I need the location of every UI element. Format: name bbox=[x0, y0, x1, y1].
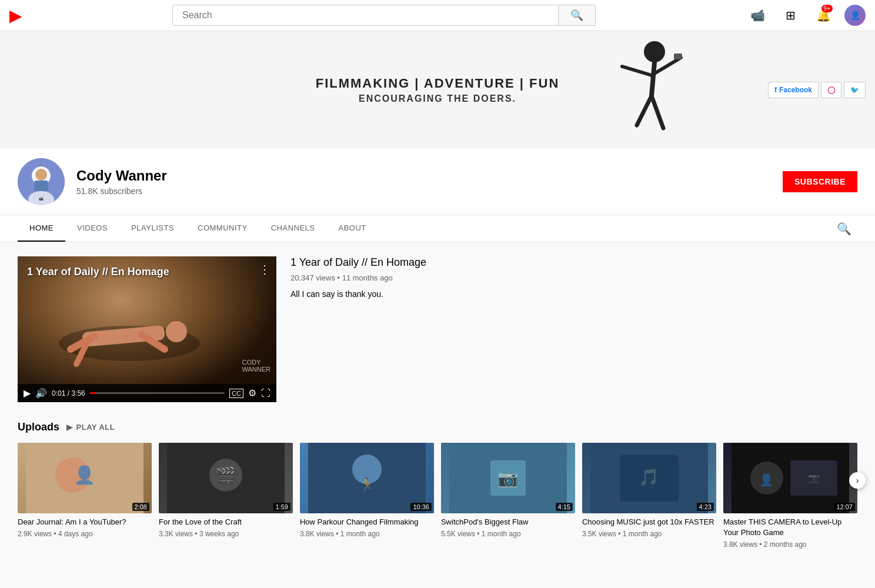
video-thumb-4: 🎵 4:23 bbox=[582, 443, 716, 513]
notifications-button[interactable]: 🔔 9+ bbox=[811, 4, 835, 27]
video-title-5: Master THIS CAMERA to Level-Up Your Phot… bbox=[723, 517, 857, 538]
search-bar: 🔍 bbox=[172, 5, 596, 26]
play-button[interactable]: ▶ bbox=[24, 387, 31, 399]
svg-rect-11 bbox=[34, 181, 48, 191]
video-title-2: How Parkour Changed Filmmaking bbox=[300, 517, 434, 527]
svg-point-15 bbox=[166, 321, 187, 342]
play-all-label: PLAY ALL bbox=[76, 423, 115, 432]
search-area: 🔍 bbox=[172, 5, 596, 26]
twitter-link[interactable]: 🐦 bbox=[844, 82, 866, 98]
video-camera-icon: 📹 bbox=[750, 8, 765, 22]
svg-text:🏃: 🏃 bbox=[358, 476, 376, 493]
video-card-info-5: Master THIS CAMERA to Level-Up Your Phot… bbox=[723, 513, 857, 552]
video-meta-0: 2.9K views • 4 days ago bbox=[18, 530, 152, 538]
apps-grid-icon: ⊞ bbox=[786, 8, 796, 22]
duration-badge-0: 2:08 bbox=[132, 503, 149, 511]
channel-name: Cody Wanner bbox=[76, 168, 771, 184]
channel-subscribers: 51.8K subscribers bbox=[76, 186, 771, 196]
next-arrow-button[interactable]: › bbox=[849, 472, 866, 489]
video-thumb-1: 🎬 1:59 bbox=[159, 443, 293, 513]
uploads-grid: 👤 2:08 Dear Journal: Am I a YouTuber? 2.… bbox=[18, 443, 857, 552]
progress-bar[interactable] bbox=[90, 392, 225, 394]
time-display: 0:01 / 3:56 bbox=[52, 389, 85, 397]
video-title-1: For the Love of the Craft bbox=[159, 517, 293, 527]
uploads-title: Uploads bbox=[18, 421, 59, 433]
thumb-visual-3: 📷 bbox=[441, 443, 575, 513]
thumbnail-person bbox=[47, 296, 212, 379]
user-avatar[interactable]: 👤 bbox=[844, 5, 866, 26]
featured-thumbnail[interactable]: 1 Year of Daily // En Homage CODYWANNER … bbox=[18, 256, 276, 402]
tab-playlists[interactable]: PLAYLISTS bbox=[119, 215, 186, 242]
captions-button[interactable]: CC bbox=[229, 389, 243, 398]
progress-fill bbox=[90, 392, 95, 394]
featured-section: 1 Year of Daily // En Homage CODYWANNER … bbox=[18, 256, 857, 402]
subscribe-button[interactable]: SUBSCRIBE bbox=[783, 171, 857, 192]
svg-line-2 bbox=[622, 66, 652, 75]
facebook-link[interactable]: f Facebook bbox=[768, 82, 819, 98]
svg-text:📷: 📷 bbox=[808, 472, 820, 483]
video-card-info-0: Dear Journal: Am I a YouTuber? 2.9K view… bbox=[18, 513, 152, 542]
video-meta-4: 3.5K views • 1 month ago bbox=[582, 530, 716, 538]
video-card-0[interactable]: 👤 2:08 Dear Journal: Am I a YouTuber? 2.… bbox=[18, 443, 152, 552]
search-button[interactable]: 🔍 bbox=[558, 5, 595, 25]
video-thumb-5: 👤 📷 12:07 bbox=[723, 443, 857, 513]
thumb-visual-4: 🎵 bbox=[582, 443, 716, 513]
duration-badge-1: 1:59 bbox=[273, 503, 290, 511]
fullscreen-button[interactable]: ⛶ bbox=[261, 388, 270, 399]
duration-badge-5: 12:07 bbox=[834, 503, 855, 511]
video-title-3: SwitchPod's Biggest Flaw bbox=[441, 517, 575, 527]
video-thumb-0: 👤 2:08 bbox=[18, 443, 152, 513]
svg-text:📷: 📷 bbox=[497, 469, 518, 488]
instagram-icon: ◯ bbox=[827, 86, 835, 94]
video-card-3[interactable]: 📷 4:15 SwitchPod's Biggest Flaw 5.5K vie… bbox=[441, 443, 575, 552]
tab-about[interactable]: ABOUT bbox=[327, 215, 378, 242]
play-all-icon: ▶ bbox=[66, 423, 73, 432]
uploads-section: Uploads ▶ PLAY ALL 👤 2:08 Dear Journal bbox=[18, 421, 857, 552]
channel-details: Cody Wanner 51.8K subscribers bbox=[76, 168, 771, 196]
video-controls-bar: ▶ 🔊 0:01 / 3:56 CC ⚙ ⛶ bbox=[18, 384, 276, 402]
video-card-5[interactable]: 👤 📷 12:07 Master THIS CAMERA to Level-Up… bbox=[723, 443, 857, 552]
featured-video-title: 1 Year of Daily // En Homage bbox=[290, 256, 857, 269]
video-card-1[interactable]: 🎬 1:59 For the Love of the Craft 3.3K vi… bbox=[159, 443, 293, 552]
featured-video-description: All I can say is thank you. bbox=[290, 289, 857, 299]
tab-community[interactable]: COMMUNITY bbox=[186, 215, 259, 242]
svg-text:👤: 👤 bbox=[74, 465, 96, 486]
video-meta-1: 3.3K views • 3 weeks ago bbox=[159, 530, 293, 538]
volume-button[interactable]: 🔊 bbox=[35, 387, 47, 399]
settings-button[interactable]: ⚙ bbox=[248, 387, 256, 399]
svg-text:🏔: 🏔 bbox=[39, 196, 44, 202]
thumb-visual-1: 🎬 bbox=[159, 443, 293, 513]
svg-line-1 bbox=[652, 62, 654, 96]
video-card-2[interactable]: 🏃 10:36 How Parkour Changed Filmmaking 3… bbox=[300, 443, 434, 552]
svg-text:🎬: 🎬 bbox=[215, 466, 236, 485]
video-card-info-2: How Parkour Changed Filmmaking 3.8K view… bbox=[300, 513, 434, 542]
svg-text:👤: 👤 bbox=[759, 473, 774, 487]
featured-video-info: 1 Year of Daily // En Homage 20,347 view… bbox=[290, 256, 857, 402]
video-options-button[interactable]: ⋮ bbox=[259, 262, 270, 276]
banner-title: FILMMAKING | ADVENTURE | FUN bbox=[316, 76, 560, 91]
banner-person-figure bbox=[610, 37, 687, 137]
instagram-link[interactable]: ◯ bbox=[821, 82, 841, 98]
tab-channels[interactable]: CHANNELS bbox=[259, 215, 327, 242]
channel-avatar: 🏔 bbox=[18, 158, 65, 205]
youtube-logo-icon[interactable]: ▶ bbox=[9, 6, 22, 25]
tab-home[interactable]: HOME bbox=[18, 215, 65, 242]
video-card-4[interactable]: 🎵 4:23 Choosing MUSIC just got 10x FASTE… bbox=[582, 443, 716, 552]
video-meta-2: 3.8K views • 1 month ago bbox=[300, 530, 434, 538]
tab-videos[interactable]: VIDEOS bbox=[65, 215, 119, 242]
channel-banner: FILMMAKING | ADVENTURE | FUN ENCOURAGING… bbox=[0, 31, 875, 149]
svg-rect-4 bbox=[674, 54, 682, 59]
video-watermark: CODYWANNER bbox=[242, 359, 270, 373]
apps-button[interactable]: ⊞ bbox=[779, 4, 802, 27]
featured-video-player: 1 Year of Daily // En Homage CODYWANNER … bbox=[18, 256, 276, 402]
play-all-button[interactable]: ▶ PLAY ALL bbox=[66, 423, 115, 432]
svg-line-5 bbox=[637, 96, 652, 125]
banner-subtitle: ENCOURAGING THE DOERS. bbox=[316, 93, 560, 104]
facebook-icon: f bbox=[774, 86, 777, 94]
video-camera-button[interactable]: 📹 bbox=[746, 4, 769, 27]
twitter-icon: 🐦 bbox=[850, 86, 859, 94]
notification-badge: 9+ bbox=[821, 5, 833, 12]
search-input[interactable] bbox=[173, 5, 558, 25]
video-card-info-3: SwitchPod's Biggest Flaw 5.5K views • 1 … bbox=[441, 513, 575, 542]
channel-search-icon[interactable]: 🔍 bbox=[831, 216, 857, 242]
